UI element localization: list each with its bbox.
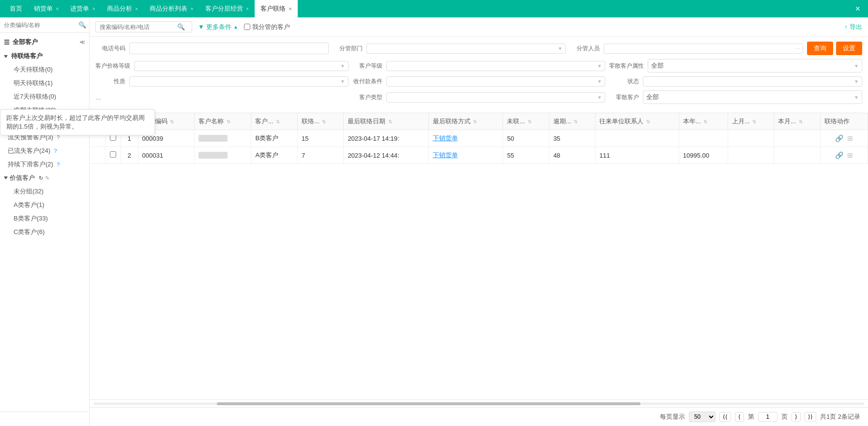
- nav-customer-contact-close[interactable]: ×: [289, 6, 291, 12]
- gender-caret-icon: ▼: [340, 79, 345, 84]
- continuous-help-icon[interactable]: ?: [57, 162, 60, 167]
- sidebar-item-7days[interactable]: 近7天待联络(0): [6, 90, 89, 103]
- nav-product-analysis-list[interactable]: 商品分析列表 ×: [144, 0, 199, 17]
- my-customers-checkbox[interactable]: [244, 24, 250, 30]
- sidebar-search-input[interactable]: [4, 22, 76, 29]
- sidebar-item-continuous-down[interactable]: 持续下滑客户(2) ?: [4, 158, 89, 171]
- prev-page-btn[interactable]: ⟨: [735, 412, 744, 422]
- customer-level-select[interactable]: ▼: [386, 61, 606, 71]
- table-header: ⚙ 客户编码 ⇅ 客户名称 ⇅: [90, 113, 868, 130]
- sidebar-search-icon[interactable]: 🔍: [78, 21, 86, 29]
- sidebar-collapse-btn[interactable]: ≪: [79, 39, 85, 45]
- filter-cell-gender: 性质 ▼: [95, 76, 349, 87]
- col-date-sort-icon[interactable]: ⇅: [388, 119, 392, 124]
- expanded-filter-panel: 电话号码 分管部门 ▼ 分管人员 ···: [90, 37, 868, 113]
- col-name-header: 客户名称 ⇅: [195, 113, 251, 130]
- row1-link-icon[interactable]: 🔗: [835, 134, 843, 142]
- row1-overdue: 35: [549, 130, 595, 147]
- sidebar-item-unclassified[interactable]: 未分组(32): [6, 185, 89, 198]
- nav-customer-contact[interactable]: 客户联络 ×: [255, 0, 297, 17]
- col-type-sort-icon[interactable]: ⇅: [276, 119, 280, 124]
- col-uncontacted-sort-icon[interactable]: ⇅: [528, 119, 532, 124]
- payment-select[interactable]: ▼: [386, 76, 606, 87]
- table-footer: 每页显示 50 20 100 ⟨⟨ ⟨ 第 页 ⟩ ⟩⟩ 共1页 2条记录: [90, 407, 868, 426]
- row2-link-icon[interactable]: 🔗: [835, 151, 843, 159]
- window-close-button[interactable]: ×: [851, 4, 864, 14]
- gender-select[interactable]: ▼: [129, 76, 349, 87]
- nav-customer-tier-close[interactable]: ×: [246, 6, 249, 12]
- col-tmonth-sort-icon[interactable]: ⇅: [799, 119, 803, 124]
- col-overdue-sort-icon[interactable]: ⇅: [574, 119, 578, 124]
- nav-purchase-order[interactable]: 进货单 ×: [64, 0, 101, 17]
- sidebar-item-class-a[interactable]: A类客户(1): [6, 198, 89, 212]
- scroll-thumb[interactable]: [217, 402, 641, 405]
- customer-type-select[interactable]: ▼: [386, 92, 606, 103]
- row2-method-link[interactable]: 下销货单: [433, 151, 458, 159]
- col-lmonth-sort-icon[interactable]: ⇅: [752, 119, 756, 124]
- nav-purchase-order-close[interactable]: ×: [92, 6, 95, 12]
- phone-input[interactable]: [129, 43, 329, 54]
- horizontal-scrollbar[interactable]: [90, 399, 868, 407]
- more-filter-dots[interactable]: ...: [95, 93, 101, 101]
- person-select[interactable]: ···: [604, 44, 803, 54]
- nav-product-analysis-close[interactable]: ×: [135, 6, 138, 12]
- already-lost-help-icon[interactable]: ?: [54, 148, 57, 154]
- content-area: 🔍 ▼ 更多条件 ▲ 我分管的客户 ↑ 导出 电话号码: [90, 17, 868, 426]
- nav-home[interactable]: 首页: [4, 0, 28, 17]
- first-page-btn[interactable]: ⟨⟨: [719, 412, 731, 422]
- page-input[interactable]: [758, 412, 777, 422]
- row2-overdue: 48: [549, 147, 595, 164]
- set-button[interactable]: 设置: [836, 42, 862, 55]
- value-customer-header[interactable]: 价值客户 ↻ ✎: [0, 171, 89, 185]
- row2-select-checkbox[interactable]: [110, 151, 116, 158]
- row2-grid-icon[interactable]: ⊞: [847, 151, 853, 159]
- pending-contact-label[interactable]: 待联络客户: [0, 49, 89, 63]
- col-method-sort-icon[interactable]: ⇅: [473, 119, 477, 124]
- col-code-sort-icon[interactable]: ⇅: [170, 119, 174, 124]
- sidebar-item-tomorrow[interactable]: 明天待联络(1): [6, 76, 89, 90]
- retail-customer-select[interactable]: 全部 ▼: [643, 90, 862, 104]
- row1-grid-icon[interactable]: ⊞: [847, 134, 853, 142]
- row1-last-month: [728, 130, 774, 147]
- status-select[interactable]: ▼: [643, 76, 862, 87]
- main-search-input[interactable]: [100, 24, 177, 30]
- col-contact-sort-icon[interactable]: ⇅: [322, 119, 326, 124]
- nav-sales-order-close[interactable]: ×: [56, 6, 59, 12]
- price-level-select[interactable]: ▼: [134, 61, 349, 71]
- more-conditions-btn[interactable]: ▼ 更多条件 ▲: [198, 23, 238, 31]
- col-name-sort-icon[interactable]: ⇅: [227, 119, 230, 124]
- more-conditions-caret: ▲: [233, 24, 238, 29]
- nav-customer-tier[interactable]: 客户分层经营 ×: [199, 0, 255, 17]
- sidebar-item-class-b[interactable]: B类客户(33): [6, 212, 89, 225]
- row2-this-year: 10995.00: [679, 147, 728, 164]
- query-button[interactable]: 查询: [807, 42, 833, 55]
- col-overdue-header: 逾期... ⇅: [549, 113, 595, 130]
- export-button[interactable]: ↑ 导出: [845, 23, 863, 31]
- all-customers-header[interactable]: ☰ 全部客户 ≪: [0, 35, 89, 49]
- payment-caret-icon: ▼: [597, 79, 602, 84]
- sidebar-item-today[interactable]: 今天待联络(0): [6, 63, 89, 76]
- edit-icon[interactable]: ✎: [45, 175, 49, 181]
- nav-sales-order[interactable]: 销货单 ×: [28, 0, 64, 17]
- nav-product-analysis-list-close[interactable]: ×: [190, 6, 193, 12]
- sidebar-item-class-c[interactable]: C类客户(6): [6, 225, 89, 239]
- main-search-wrap: 🔍: [95, 21, 192, 32]
- row1-method-link[interactable]: 下销货单: [433, 134, 458, 142]
- next-page-btn[interactable]: ⟩: [792, 412, 801, 422]
- refresh-icon[interactable]: ↻: [39, 175, 43, 181]
- sidebar-item-already-lost[interactable]: 已流失客户(24) ?: [4, 144, 89, 158]
- dept-select[interactable]: ▼: [366, 44, 566, 54]
- retail-attr-select[interactable]: 全部 ▼: [648, 59, 862, 73]
- nav-product-analysis[interactable]: 商品分析 ×: [101, 0, 144, 17]
- col-year-sort-icon[interactable]: ⇅: [703, 119, 707, 124]
- last-page-btn[interactable]: ⟩⟩: [805, 412, 816, 422]
- row2-type: A类客户: [251, 147, 297, 164]
- main-search-icon[interactable]: 🔍: [177, 23, 185, 30]
- row2-name-blurred: [198, 152, 228, 159]
- col-person-sort-icon[interactable]: ⇅: [646, 119, 650, 124]
- filter-cell-price-level: 客户价格等级 ▼: [95, 61, 349, 71]
- filter-cell-retail-attr: 零散客户属性 全部 ▼: [609, 59, 862, 73]
- page-size-select[interactable]: 50 20 100: [689, 411, 716, 422]
- row2-uncontacted: 55: [503, 147, 549, 164]
- filter-cell-person: 分管人员 ···: [570, 44, 803, 54]
